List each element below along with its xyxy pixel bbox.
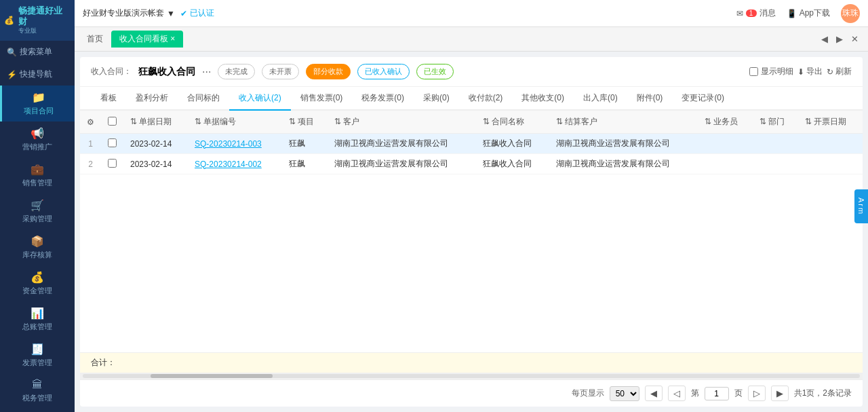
prev-page-button[interactable]: ◁ bbox=[668, 386, 686, 401]
row-checkbox[interactable] bbox=[108, 138, 117, 147]
avatar-text: 珠珠 bbox=[842, 7, 859, 19]
marketing-icon: 📢 bbox=[31, 127, 44, 140]
app-download-button[interactable]: 📱 App下载 bbox=[787, 7, 830, 19]
sidebar-item-project[interactable]: 📁 项目合同 bbox=[0, 86, 75, 121]
row-checkbox-cell[interactable] bbox=[101, 154, 123, 174]
subtab-出入库[interactable]: 出入库(0) bbox=[574, 87, 627, 111]
invoice-date-col-header[interactable]: ⇅ 开票日期 bbox=[798, 111, 863, 134]
horizontal-scrollbar[interactable] bbox=[80, 373, 863, 379]
finance-icon: 💰 bbox=[31, 271, 44, 284]
status-active-button[interactable]: 已生效 bbox=[416, 64, 454, 79]
more-button[interactable]: ··· bbox=[202, 66, 211, 78]
app-title: 畅捷通好业财 bbox=[18, 5, 71, 26]
app-logo: 💰 畅捷通好业财 专业版 bbox=[0, 0, 75, 41]
page-label: 第 bbox=[691, 388, 699, 399]
last-page-button[interactable]: ▶ bbox=[771, 386, 789, 401]
search-icon: 🔍 bbox=[7, 48, 17, 57]
sidebar-item-ledger[interactable]: 📊 总账管理 bbox=[0, 301, 75, 337]
settings-col-header[interactable]: ⚙ bbox=[80, 111, 101, 134]
sidebar-item-inventory[interactable]: 📦 库存核算 bbox=[0, 229, 75, 265]
subtab-附件[interactable]: 附件(0) bbox=[627, 87, 673, 111]
sidebar-item-quicknav[interactable]: ⚡ 快捷导航 bbox=[0, 63, 75, 86]
sidebar-item-purchase[interactable]: 🛒 采购管理 bbox=[0, 193, 75, 229]
subtab-盈利分析[interactable]: 盈利分析 bbox=[126, 87, 178, 111]
tab-home[interactable]: 首页 bbox=[81, 31, 108, 48]
tab-close-button[interactable]: ✕ bbox=[848, 33, 861, 45]
project-col-header[interactable]: ⇅ 项目 bbox=[282, 111, 328, 134]
company-selector[interactable]: 好业财专业版演示帐套 ▼ bbox=[83, 7, 175, 19]
docno-col-header[interactable]: ⇅ 单据编号 bbox=[188, 111, 282, 134]
customer-col-header[interactable]: ⇅ 客户 bbox=[328, 111, 477, 134]
subtab-合同标的[interactable]: 合同标的 bbox=[178, 87, 229, 111]
subtab-其他收支[interactable]: 其他收支(0) bbox=[512, 87, 574, 111]
row-seq: 1 bbox=[80, 134, 101, 154]
next-page-button[interactable]: ▷ bbox=[748, 386, 766, 401]
subtab-收入确认[interactable]: 收入确认(2) bbox=[229, 87, 291, 111]
select-all-checkbox[interactable] bbox=[108, 117, 117, 126]
show-detail-toggle[interactable]: 显示明细 bbox=[749, 66, 793, 77]
sidebar-item-invoice[interactable]: 🧾 发票管理 bbox=[0, 337, 75, 373]
message-button[interactable]: ✉ 1 消息 bbox=[736, 7, 776, 19]
doc-link[interactable]: SQ-20230214-003 bbox=[195, 139, 262, 149]
docno-sort-icon: ⇅ bbox=[195, 117, 201, 126]
row-checkbox-cell[interactable] bbox=[101, 134, 123, 154]
row-date: 2023-02-14 bbox=[123, 134, 188, 154]
date-col-header[interactable]: ⇅ 单据日期 bbox=[123, 111, 188, 134]
sidebar-item-finance[interactable]: 💰 资金管理 bbox=[0, 265, 75, 301]
refresh-button[interactable]: ↻ 刷新 bbox=[827, 66, 852, 77]
subtab-变更记录[interactable]: 变更记录(0) bbox=[672, 87, 734, 111]
select-all-col-header[interactable] bbox=[101, 111, 123, 134]
subtab-销售发票[interactable]: 销售发票(0) bbox=[291, 87, 353, 111]
message-label: 消息 bbox=[760, 7, 776, 19]
status-partial-button[interactable]: 部分收款 bbox=[306, 64, 351, 79]
sidebar-finance-label: 资金管理 bbox=[22, 286, 52, 296]
dept-col-header[interactable]: ⇅ 部门 bbox=[753, 111, 798, 134]
row-salesperson bbox=[698, 134, 753, 154]
row-docno[interactable]: SQ-20230214-003 bbox=[188, 134, 282, 154]
tab-contract-board[interactable]: 收入合同看板 × bbox=[111, 31, 183, 48]
logo-icon: 💰 bbox=[4, 16, 14, 25]
settlement-sort-icon: ⇅ bbox=[556, 117, 563, 126]
arm-button[interactable]: Arm bbox=[854, 189, 868, 223]
per-page-label: 每页显示 bbox=[572, 388, 604, 399]
first-page-button[interactable]: ◀ bbox=[645, 386, 663, 401]
settlement-col-header[interactable]: ⇅ 结算客户 bbox=[549, 111, 698, 134]
quicknav-icon: ⚡ bbox=[7, 70, 17, 79]
subtab-采购[interactable]: 采购(0) bbox=[414, 87, 459, 111]
subtabs: 看板盈利分析合同标的收入确认(2)销售发票(0)税务发票(0)采购(0)收付款(… bbox=[80, 87, 863, 111]
page-input[interactable] bbox=[705, 387, 729, 400]
sidebar-item-marketing[interactable]: 📢 营销推广 bbox=[0, 121, 75, 157]
main-content: 好业财专业版演示帐套 ▼ ✔ 已认证 ✉ 1 消息 📱 App下载 珠珠 首页 bbox=[75, 0, 868, 412]
tab-next-button[interactable]: ▶ bbox=[833, 33, 846, 45]
sidebar-item-tax[interactable]: 🏛 税务管理 bbox=[0, 373, 75, 409]
status-incomplete-button[interactable]: 未完成 bbox=[218, 64, 255, 79]
status-uninvoiced-button[interactable]: 未开票 bbox=[262, 64, 299, 79]
row-checkbox[interactable] bbox=[108, 159, 117, 168]
doc-link[interactable]: SQ-20230214-002 bbox=[195, 160, 262, 169]
sidebar-search-label: 搜索菜单 bbox=[20, 46, 52, 58]
per-page-select[interactable]: 50 bbox=[610, 386, 639, 401]
show-detail-checkbox[interactable] bbox=[749, 67, 758, 76]
subtab-收付款[interactable]: 收付款(2) bbox=[459, 87, 513, 111]
ledger-icon: 📊 bbox=[31, 307, 44, 320]
salesperson-col-header[interactable]: ⇅ 业务员 bbox=[698, 111, 753, 134]
sidebar-item-assets[interactable]: 🏠 固定资产 bbox=[0, 409, 75, 412]
row-docno[interactable]: SQ-20230214-002 bbox=[188, 154, 282, 174]
tab-prev-button[interactable]: ◀ bbox=[818, 33, 831, 45]
page-suffix: 页 bbox=[734, 388, 743, 399]
scrollbar-thumb[interactable] bbox=[151, 374, 273, 378]
sidebar-item-search[interactable]: 🔍 搜索菜单 bbox=[0, 41, 75, 63]
contract-name: 狂飙收入合同 bbox=[138, 66, 195, 78]
export-button[interactable]: ⬇ 导出 bbox=[797, 66, 823, 77]
user-avatar[interactable]: 珠珠 bbox=[841, 4, 860, 23]
subtab-税务发票[interactable]: 税务发票(0) bbox=[352, 87, 414, 111]
sidebar-item-sales[interactable]: 💼 销售管理 bbox=[0, 157, 75, 193]
home-label: 首页 bbox=[87, 34, 103, 43]
right-action-bar: Arm bbox=[854, 189, 868, 223]
subtab-看板[interactable]: 看板 bbox=[91, 87, 126, 111]
tabbar: 首页 收入合同看板 × ◀ ▶ ✕ bbox=[75, 27, 868, 52]
row-settlement: 湖南卫视商业运营发展有限公司 bbox=[549, 134, 698, 154]
message-badge: 1 bbox=[746, 10, 757, 17]
status-confirmed-button[interactable]: 已收入确认 bbox=[357, 64, 410, 79]
contract-col-header[interactable]: ⇅ 合同名称 bbox=[476, 111, 549, 134]
